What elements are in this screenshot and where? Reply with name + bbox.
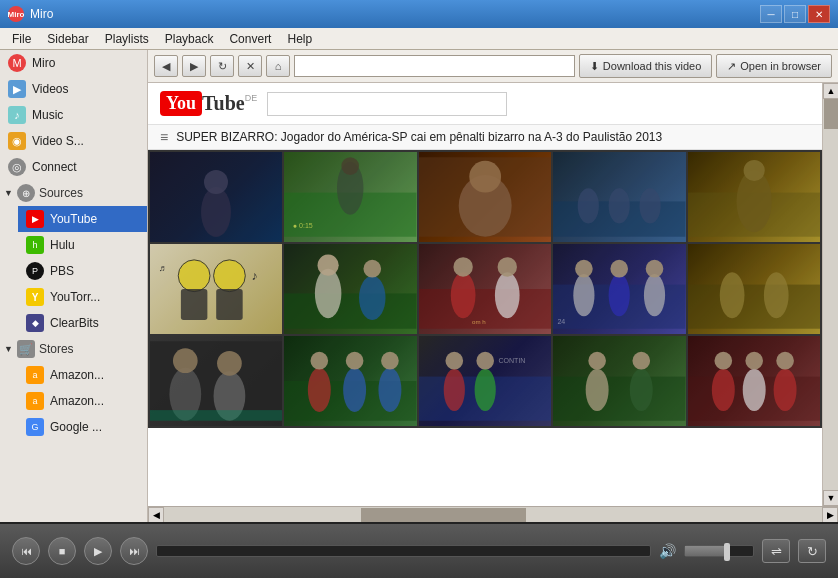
yt-logo-you: You (160, 91, 202, 116)
svg-rect-50 (284, 381, 416, 421)
svg-point-66 (630, 369, 653, 411)
sidebar-item-connect[interactable]: ◎ Connect (0, 154, 147, 180)
scroll-track[interactable] (823, 99, 838, 490)
video-thumb-14[interactable] (553, 336, 685, 426)
sidebar-item-videos2[interactable]: ◉ Video S... (0, 128, 147, 154)
reload-button[interactable]: ↻ (210, 55, 234, 77)
menu-convert[interactable]: Convert (221, 30, 279, 48)
sidebar-item-youtube[interactable]: ▶ YouTube (18, 206, 147, 232)
svg-point-16 (178, 260, 210, 292)
sidebar-item-pbs-label: PBS (50, 264, 74, 278)
svg-rect-17 (181, 289, 207, 320)
svg-point-64 (586, 369, 609, 411)
h-scroll-track[interactable] (164, 507, 822, 523)
sidebar-item-amazon1[interactable]: a Amazon... (18, 362, 147, 388)
menu-help[interactable]: Help (279, 30, 320, 48)
video-thumb-12[interactable] (284, 336, 416, 426)
svg-point-36 (609, 274, 630, 316)
skip-forward-button[interactable]: ⏭ (120, 537, 148, 565)
home-button[interactable]: ⌂ (266, 55, 290, 77)
horizontal-scrollbar[interactable]: ◀ ▶ (148, 506, 838, 522)
video-thumb-8[interactable]: om h (419, 244, 551, 334)
h-scroll-left-arrow[interactable]: ◀ (148, 507, 164, 523)
volume-slider[interactable] (684, 545, 754, 557)
page-scroll[interactable]: You Tube DE ≡ SUPER BIZARRO: Jogador do … (148, 83, 822, 506)
scroll-up-arrow[interactable]: ▲ (823, 83, 838, 99)
video-thumb-3[interactable] (419, 152, 551, 242)
close-button[interactable]: ✕ (808, 5, 830, 23)
repeat-button[interactable]: ↻ (798, 539, 826, 563)
menu-playlists[interactable]: Playlists (97, 30, 157, 48)
forward-button[interactable]: ▶ (182, 55, 206, 77)
svg-point-54 (346, 352, 364, 370)
download-icon: ⬇ (590, 60, 599, 73)
video-thumb-4[interactable] (553, 152, 685, 242)
scroll-thumb[interactable] (824, 99, 838, 129)
svg-point-24 (318, 255, 339, 276)
video-thumb-10[interactable] (688, 244, 820, 334)
thumb-bg-4 (553, 152, 685, 242)
svg-point-43 (763, 272, 788, 318)
video-thumb-11[interactable] (150, 336, 282, 426)
maximize-button[interactable]: □ (784, 5, 806, 23)
sidebar-item-hulu-label: Hulu (50, 238, 75, 252)
open-browser-button[interactable]: ↗ Open in browser (716, 54, 832, 78)
sidebar-item-miro[interactable]: M Miro (0, 50, 147, 76)
video-thumb-6[interactable]: ♪ ♬ (150, 244, 282, 334)
sidebar-item-music[interactable]: ♪ Music (0, 102, 147, 128)
skip-back-button[interactable]: ⏮ (12, 537, 40, 565)
download-video-button[interactable]: ⬇ Download this video (579, 54, 712, 78)
thumb-bg-9: 24 (553, 244, 685, 334)
thumb-bg-11 (150, 336, 282, 426)
svg-point-18 (214, 260, 246, 292)
sidebar-item-connect-label: Connect (32, 160, 77, 174)
minimize-button[interactable]: ─ (760, 5, 782, 23)
thumb-bg-12 (284, 336, 416, 426)
video-thumb-15[interactable] (688, 336, 820, 426)
menu-sidebar[interactable]: Sidebar (39, 30, 96, 48)
scroll-down-arrow[interactable]: ▼ (823, 490, 838, 506)
video-thumb-2[interactable]: ● 0:15 (284, 152, 416, 242)
menu-file[interactable]: File (4, 30, 39, 48)
svg-point-45 (169, 368, 201, 421)
sidebar-item-hulu[interactable]: h Hulu (18, 232, 147, 258)
sidebar-item-google[interactable]: G Google ... (18, 414, 147, 440)
vertical-scrollbar[interactable]: ▲ ▼ (822, 83, 838, 506)
svg-point-37 (611, 260, 629, 278)
download-label: Download this video (603, 60, 701, 72)
svg-point-60 (474, 369, 495, 411)
video-thumb-7[interactable] (284, 244, 416, 334)
video-thumb-1[interactable] (150, 152, 282, 242)
back-button[interactable]: ◀ (154, 55, 178, 77)
sidebar-item-amazon2[interactable]: a Amazon... (18, 388, 147, 414)
sidebar-item-google-label: Google ... (50, 420, 102, 434)
svg-text:CONTIN: CONTIN (498, 357, 525, 364)
shuffle-button[interactable]: ⇌ (762, 539, 790, 563)
sidebar-item-youtorr[interactable]: Y YouTorr... (18, 284, 147, 310)
video-thumb-13[interactable]: CONTIN (419, 336, 551, 426)
sidebar-item-clearbits[interactable]: ◆ ClearBits (18, 310, 147, 336)
stores-group[interactable]: ▼ 🛒 Stores (0, 336, 147, 362)
volume-icon[interactable]: 🔊 (659, 543, 676, 559)
sources-group[interactable]: ▼ ⊕ Sources (0, 180, 147, 206)
play-button[interactable]: ▶ (84, 537, 112, 565)
h-scroll-right-arrow[interactable]: ▶ (822, 507, 838, 523)
yt-search-input[interactable] (267, 92, 507, 116)
video-thumb-9[interactable]: 24 (553, 244, 685, 334)
sidebar-item-clearbits-label: ClearBits (50, 316, 99, 330)
menu-playback[interactable]: Playback (157, 30, 222, 48)
svg-point-7 (459, 175, 512, 237)
stop-button[interactable]: ✕ (238, 55, 262, 77)
sidebar-item-pbs[interactable]: P PBS (18, 258, 147, 284)
player-bar: ⏮ ■ ▶ ⏭ 🔊 ⇌ ↻ (0, 522, 838, 578)
progress-bar[interactable] (156, 545, 651, 557)
stop-button[interactable]: ■ (48, 537, 76, 565)
sidebar-item-music-label: Music (32, 108, 63, 122)
sidebar-item-videos[interactable]: ▶ Videos (0, 76, 147, 102)
video-thumb-5[interactable] (688, 152, 820, 242)
svg-point-55 (379, 368, 402, 412)
svg-point-4 (342, 157, 360, 175)
svg-text:om h: om h (472, 318, 486, 325)
svg-rect-6 (419, 157, 551, 236)
url-input[interactable] (294, 55, 575, 77)
